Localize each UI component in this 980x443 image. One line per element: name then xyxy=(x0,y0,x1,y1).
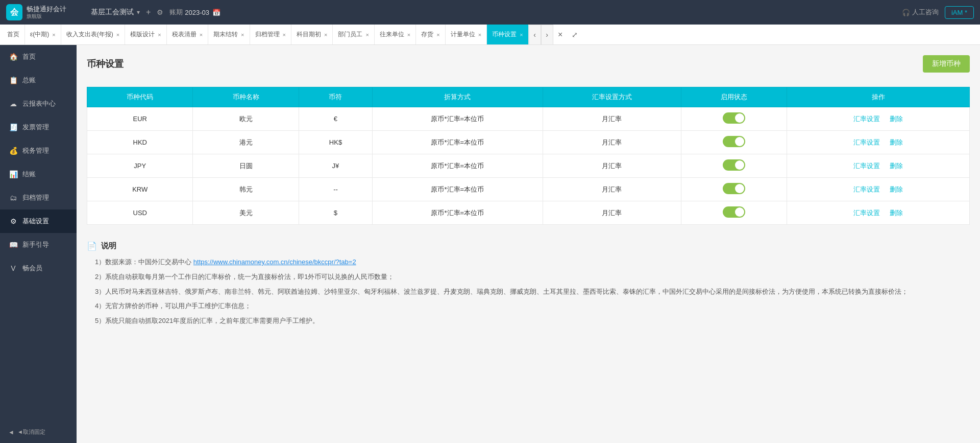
tab-currency[interactable]: 币种设置 × xyxy=(487,25,528,44)
col-code: 币种代码 xyxy=(87,87,193,107)
notes-item-1: 1）数据来源：中国外汇交易中心 https://www.chinamoney.c… xyxy=(95,257,970,268)
table-row: KRW 韩元 -- 原币*汇率=本位币 月汇率 汇率设置 删除 xyxy=(87,178,970,201)
cell-rate: 月汇率 xyxy=(543,201,681,225)
sidebar-item-archive[interactable]: 🗂 归档管理 xyxy=(0,186,77,209)
rate-setting-link[interactable]: 汇率设置 xyxy=(853,138,880,146)
sidebar-item-member[interactable]: V 畅会员 xyxy=(0,257,77,280)
toggle-switch[interactable] xyxy=(723,159,745,171)
account-button[interactable]: iAM * xyxy=(945,6,974,19)
tab-bar: 首页 ε(中期) × 收入支出表(年报) × 模版设计 × 税表清册 × 期末结… xyxy=(0,25,980,45)
cell-code: USD xyxy=(87,201,193,225)
cell-symbol: -- xyxy=(299,178,372,201)
cell-calc: 原币*汇率=本位币 xyxy=(372,178,543,201)
rate-setting-link[interactable]: 汇率设置 xyxy=(853,185,880,193)
tab-close-period[interactable]: × xyxy=(52,32,55,38)
sidebar-item-reports[interactable]: ☁ 云报表中心 xyxy=(0,92,77,115)
sidebar-item-guide[interactable]: 📖 新手引导 xyxy=(0,233,77,257)
tab-dept[interactable]: 部门员工 × xyxy=(333,25,374,44)
top-bar: 会 畅捷通好会计 旗舰版 基层工会测试 ▾ + ⚙ 账期 2023-03 📅 🎧… xyxy=(0,0,980,25)
col-symbol: 币符 xyxy=(299,87,372,107)
cell-rate: 月汇率 xyxy=(543,107,681,131)
tab-close-subjects[interactable]: × xyxy=(324,32,327,38)
cell-name: 韩元 xyxy=(193,178,299,201)
sidebar-item-close[interactable]: 📊 结账 xyxy=(0,162,77,186)
tab-close-income[interactable]: × xyxy=(116,32,119,38)
layout: 🏠 首页 📋 总账 ☁ 云报表中心 🧾 发票管理 💰 税务管理 📊 结账 🗂 归… xyxy=(0,45,980,443)
tab-next-button[interactable]: › xyxy=(541,25,553,45)
col-status: 启用状态 xyxy=(681,87,787,107)
tab-archive[interactable]: 归档管理 × xyxy=(250,25,291,44)
company-dropdown-icon[interactable]: ▾ xyxy=(137,9,140,16)
rate-setting-link[interactable]: 汇率设置 xyxy=(853,162,880,170)
cell-status[interactable] xyxy=(681,107,787,131)
tab-close-dept[interactable]: × xyxy=(365,32,369,38)
delete-link[interactable]: 删除 xyxy=(890,115,903,123)
toggle-switch[interactable] xyxy=(723,206,745,218)
notes-icon: 📄 xyxy=(87,241,97,251)
settings-icon[interactable]: ⚙ xyxy=(157,8,163,16)
tab-close-contacts[interactable]: × xyxy=(407,32,410,38)
toggle-switch[interactable] xyxy=(723,183,745,194)
cell-status[interactable] xyxy=(681,154,787,178)
tab-home[interactable]: 首页 xyxy=(2,25,25,44)
table-row: EUR 欧元 € 原币*汇率=本位币 月汇率 汇率设置 删除 xyxy=(87,107,970,131)
tab-period[interactable]: ε(中期) × xyxy=(25,25,61,44)
tab-unit[interactable]: 计量单位 × xyxy=(446,25,487,44)
tab-close-tax[interactable]: × xyxy=(200,32,203,38)
tab-template[interactable]: 模版设计 × xyxy=(125,25,166,44)
logo-icon: 会 xyxy=(6,4,22,20)
cell-code: HKD xyxy=(87,131,193,154)
tab-close-currency[interactable]: × xyxy=(520,32,523,38)
support-button[interactable]: 🎧 人工咨询 xyxy=(902,8,939,17)
tab-maximize-button[interactable]: ⤢ xyxy=(568,25,582,45)
notes-section: 📄 说明 1）数据来源：中国外汇交易中心 https://www.chinamo… xyxy=(87,241,970,327)
rate-setting-link[interactable]: 汇率设置 xyxy=(853,209,880,217)
cell-actions: 汇率设置 删除 xyxy=(787,107,970,131)
tab-close-period-close[interactable]: × xyxy=(241,32,244,38)
delete-link[interactable]: 删除 xyxy=(890,138,903,146)
new-currency-button[interactable]: 新增币种 xyxy=(923,55,970,73)
tab-tax[interactable]: 税表清册 × xyxy=(167,25,208,44)
delete-link[interactable]: 删除 xyxy=(890,185,903,193)
tab-close-unit[interactable]: × xyxy=(478,32,481,38)
tab-period-close[interactable]: 期末结转 × xyxy=(208,25,250,44)
cell-code: EUR xyxy=(87,107,193,131)
sidebar-pin-button[interactable]: ◄ ◄取消固定 xyxy=(0,421,77,443)
sidebar-item-home[interactable]: 🏠 首页 xyxy=(0,45,77,68)
sidebar-item-invoice[interactable]: 🧾 发票管理 xyxy=(0,115,77,139)
tab-prev-button[interactable]: ‹ xyxy=(529,25,541,45)
tab-contacts[interactable]: 往来单位 × xyxy=(375,25,416,44)
tab-inventory[interactable]: 存货 × xyxy=(416,25,445,44)
sidebar-item-ledger[interactable]: 📋 总账 xyxy=(0,68,77,92)
delete-link[interactable]: 删除 xyxy=(890,162,903,170)
close-accounts-icon: 📊 xyxy=(8,170,18,178)
notes-link[interactable]: https://www.chinamoney.com.cn/chinese/bk… xyxy=(193,258,356,266)
add-company-button[interactable]: + xyxy=(146,8,151,17)
cell-calc: 原币*汇率=本位币 xyxy=(372,154,543,178)
tab-income[interactable]: 收入支出表(年报) × xyxy=(61,25,125,44)
cell-status[interactable] xyxy=(681,131,787,154)
tab-close-inventory[interactable]: × xyxy=(436,32,439,38)
col-actions: 操作 xyxy=(787,87,970,107)
calendar-icon[interactable]: 📅 xyxy=(212,9,220,16)
sidebar-item-tax[interactable]: 💰 税务管理 xyxy=(0,139,77,162)
cell-code: JPY xyxy=(87,154,193,178)
company-area: 基层工会测试 ▾ + ⚙ 账期 2023-03 📅 xyxy=(83,8,902,17)
rate-setting-link[interactable]: 汇率设置 xyxy=(853,115,880,123)
cell-status[interactable] xyxy=(681,201,787,225)
tab-close-archive[interactable]: × xyxy=(283,32,286,38)
table-row: JPY 日圆 J¥ 原币*汇率=本位币 月汇率 汇率设置 删除 xyxy=(87,154,970,178)
tab-close-all-button[interactable]: × xyxy=(553,25,568,45)
cell-name: 欧元 xyxy=(193,107,299,131)
notes-item-2: 2）系统自动获取每月第一个工作日的汇率标价，统一为直接标价法，即1外币可以兑换的… xyxy=(95,272,970,283)
delete-link[interactable]: 删除 xyxy=(890,209,903,217)
table-row: USD 美元 $ 原币*汇率=本位币 月汇率 汇率设置 删除 xyxy=(87,201,970,225)
cell-name: 美元 xyxy=(193,201,299,225)
toggle-switch[interactable] xyxy=(723,112,745,124)
tab-close-template[interactable]: × xyxy=(158,32,161,38)
toggle-switch[interactable] xyxy=(723,136,745,147)
cell-status[interactable] xyxy=(681,178,787,201)
cell-rate: 月汇率 xyxy=(543,154,681,178)
sidebar-item-settings[interactable]: ⚙ 基础设置 xyxy=(0,209,77,233)
tab-subjects[interactable]: 科目期初 × xyxy=(291,25,333,44)
